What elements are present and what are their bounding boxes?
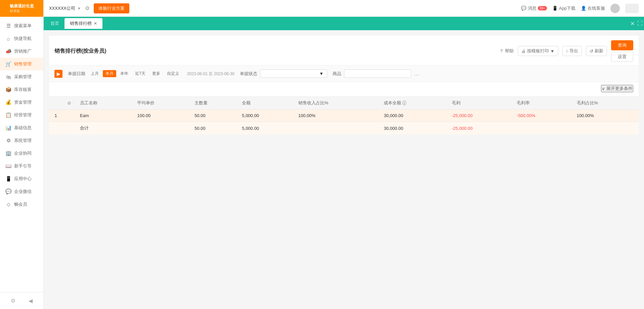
footer-cost: 30,000.00 bbox=[380, 122, 447, 135]
sidebar-item-label: 基础信息 bbox=[14, 125, 32, 131]
trial-button[interactable]: 体验行业方案 bbox=[94, 3, 129, 13]
sidebar-item-label: 企业协同 bbox=[14, 150, 32, 156]
status-select[interactable]: ▼ bbox=[260, 69, 327, 78]
operations-icon: 📋 bbox=[5, 112, 11, 118]
last-7-days-btn[interactable]: 近7天 bbox=[132, 70, 148, 77]
goods-filter-group: 商品 … bbox=[333, 69, 419, 78]
footer-label: 合计 bbox=[76, 122, 133, 135]
date-filter-group: 单据日期 上月 本月 本年 近7天 更多 自定义 bbox=[68, 70, 182, 77]
goods-filter-label: 商品 bbox=[333, 71, 341, 77]
chevron-right-icon: ▶ bbox=[57, 71, 60, 76]
tab-maximize-icon[interactable]: ⛶ bbox=[637, 20, 643, 27]
menu-icon: ☰ bbox=[5, 23, 11, 29]
current-month-btn[interactable]: 本月 bbox=[103, 70, 116, 77]
prev-month-btn[interactable]: 上月 bbox=[88, 70, 101, 77]
expand-icon: ∨ bbox=[602, 86, 605, 91]
col-profit-rate: 毛利率 bbox=[513, 97, 573, 110]
page-title: 销售排行榜(按业务员) bbox=[54, 48, 106, 55]
export-button[interactable]: ↑ 导出 bbox=[562, 46, 582, 56]
filter-bar: ▶ 单据日期 上月 本月 本年 近7天 更多 自定义 2023-06-01 至 … bbox=[49, 65, 639, 82]
enterprise-icon: 🏢 bbox=[5, 150, 11, 156]
expand-conditions-btn[interactable]: ∨ 展开更多条件 bbox=[601, 85, 633, 92]
cost-info-icon[interactable]: i bbox=[402, 101, 406, 105]
message-button[interactable]: 💬 消息 99+ bbox=[521, 5, 547, 11]
more-options-icon[interactable]: … bbox=[414, 71, 419, 77]
sidebar-item-app-center[interactable]: 📱 应用中心 bbox=[0, 172, 43, 185]
tab-sales-rank[interactable]: 销售排行榜 ✕ bbox=[65, 18, 102, 29]
cell-profit-pct: 100.00% bbox=[573, 110, 639, 122]
col-qty: 主数量 bbox=[190, 97, 238, 110]
page-header: 销售排行榜(按业务员) ？ 帮助 🖨 按模板打印 ▼ ↑ 导出 ↺ 刷新 bbox=[49, 36, 639, 65]
footer-avg-price bbox=[133, 122, 190, 135]
refresh-button[interactable]: ↺ 刷新 bbox=[586, 46, 607, 56]
sidebar-item-search-order[interactable]: ☰ 搜索菜单 bbox=[0, 19, 43, 32]
avatar[interactable] bbox=[610, 4, 620, 13]
finance-icon: 💰 bbox=[5, 99, 11, 105]
cell-rank: 1 bbox=[49, 110, 62, 122]
tab-close-all-icon[interactable]: ✕ bbox=[630, 20, 635, 27]
wechat-icon: 💬 bbox=[5, 189, 11, 195]
online-service-button[interactable]: 👤 在线客服 bbox=[581, 5, 605, 11]
col-profit: 毛利 bbox=[448, 97, 513, 110]
main-content: 销售排行榜(按业务员) ？ 帮助 🖨 按模板打印 ▼ ↑ 导出 ↺ 刷新 bbox=[44, 30, 644, 309]
more-btn[interactable]: 更多 bbox=[149, 70, 163, 77]
tab-close-icon[interactable]: ✕ bbox=[94, 21, 97, 26]
sidebar-item-system[interactable]: ⚙ 系统管理 bbox=[0, 134, 43, 147]
template-print-button[interactable]: 🖨 按模板打印 ▼ bbox=[518, 46, 558, 56]
sidebar-item-marketing[interactable]: 📣 营销推广 bbox=[0, 45, 43, 58]
table-wrapper: ⚙ 员工名称 平均单价 主数量 全额 销售收入占比% 成本全额 i 毛利 毛利率… bbox=[49, 97, 639, 135]
tab-bar-right: ✕ ⛶ bbox=[630, 20, 643, 27]
basics-icon: 📊 bbox=[5, 125, 11, 131]
sidebar-item-guide[interactable]: 📖 新手引导 bbox=[0, 160, 43, 172]
cell-profit-rate: -500.00% bbox=[513, 110, 573, 122]
sidebar-item-finance[interactable]: 💰 资金管理 bbox=[0, 96, 43, 109]
sidebar-item-quick-nav[interactable]: ⌂ 快捷导航 bbox=[0, 32, 43, 45]
sidebar-item-basics[interactable]: 📊 基础信息 bbox=[0, 121, 43, 134]
sidebar-item-enterprise[interactable]: 🏢 企业协同 bbox=[0, 147, 43, 160]
sidebar-item-label: 经营管理 bbox=[14, 112, 32, 118]
query-button[interactable]: 查询 bbox=[611, 40, 633, 50]
footer-profit: -25,000.00 bbox=[448, 122, 513, 135]
sidebar-item-label: 企业微信 bbox=[14, 189, 32, 195]
col-name: 员工名称 bbox=[76, 97, 133, 110]
export-icon: ↑ bbox=[566, 49, 568, 54]
col-sales-pct: 销售收入占比% bbox=[294, 97, 380, 110]
filter-toggle-btn[interactable]: ▶ bbox=[54, 70, 62, 78]
footer-profit-rate bbox=[513, 122, 573, 135]
guide-icon: 📖 bbox=[5, 163, 11, 169]
current-year-btn[interactable]: 本年 bbox=[118, 70, 131, 77]
sidebar-navigation: ☰ 搜索菜单 ⌂ 快捷导航 📣 营销推广 🛒 销售管理 🛍 采购管理 📦 库存核… bbox=[0, 17, 43, 292]
sales-icon: 🛒 bbox=[5, 61, 11, 67]
message-label: 消息 bbox=[528, 5, 536, 11]
inventory-icon: 📦 bbox=[5, 87, 11, 93]
goods-input[interactable] bbox=[344, 69, 411, 78]
tab-sales-rank-label: 销售排行榜 bbox=[70, 20, 92, 27]
header-settings-icon[interactable]: ⚙ bbox=[85, 5, 90, 11]
footer-amount: 5,000.00 bbox=[238, 122, 294, 135]
sidebar-item-sales[interactable]: 🛒 销售管理 bbox=[0, 58, 43, 70]
custom-btn[interactable]: 自定义 bbox=[164, 70, 182, 77]
sidebar-settings-icon[interactable]: ⚙ bbox=[11, 298, 15, 304]
company-selector[interactable]: XXXXXX公司 ▼ bbox=[49, 5, 81, 11]
footer-empty bbox=[49, 122, 62, 135]
sidebar-item-purchase[interactable]: 🛍 采购管理 bbox=[0, 70, 43, 83]
message-icon: 💬 bbox=[521, 6, 526, 11]
page-container: 销售排行榜(按业务员) ？ 帮助 🖨 按模板打印 ▼ ↑ 导出 ↺ 刷新 bbox=[49, 36, 639, 135]
help-button[interactable]: ？ 帮助 bbox=[499, 48, 514, 54]
tab-home-label: 首页 bbox=[50, 20, 59, 27]
col-settings[interactable]: ⚙ bbox=[62, 97, 76, 110]
sidebar-item-inventory[interactable]: 📦 库存核算 bbox=[0, 83, 43, 96]
message-badge: 99+ bbox=[538, 6, 547, 10]
cell-settings bbox=[62, 110, 76, 122]
tab-home[interactable]: 首页 bbox=[45, 18, 65, 29]
sidebar-item-member[interactable]: ◇ 畅会员 bbox=[0, 198, 43, 211]
settings-button[interactable]: 设置 bbox=[611, 52, 633, 62]
sidebar-item-operations[interactable]: 📋 经营管理 bbox=[0, 109, 43, 121]
sidebar-item-label: 资金管理 bbox=[14, 99, 32, 105]
app-download-button[interactable]: 📱 App下载 bbox=[552, 5, 575, 11]
member-icon: ◇ bbox=[5, 202, 11, 207]
company-name: XXXXXX公司 bbox=[49, 5, 75, 11]
status-filter-label: 单据状态 bbox=[240, 71, 257, 77]
sidebar-collapse-icon[interactable]: ◀ bbox=[29, 298, 33, 304]
sidebar-item-enterprise-wechat[interactable]: 💬 企业微信 bbox=[0, 185, 43, 198]
